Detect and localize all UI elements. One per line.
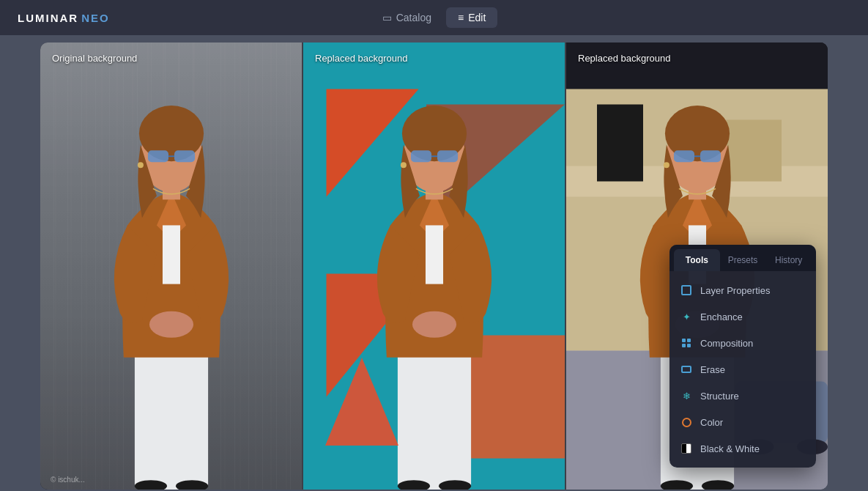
tools-panel: Tools Presets History Layer Properties ✦…	[669, 245, 816, 468]
structure-icon: ❄	[680, 389, 693, 402]
tool-structure-label: Structure	[700, 391, 739, 402]
tool-enchance[interactable]: ✦ Enchance	[669, 303, 816, 330]
svg-rect-26	[174, 150, 195, 162]
tool-color[interactable]: Color	[669, 409, 816, 435]
svg-point-45	[400, 162, 406, 168]
panel-original: Original background	[40, 43, 302, 490]
tool-composition-label: Composition	[700, 338, 753, 349]
tab-presets[interactable]: Presets	[720, 249, 766, 271]
panel-replaced-1-label: Replaced background	[315, 53, 407, 64]
logo-main: LUMINAR	[18, 12, 78, 24]
composition-icon	[680, 336, 693, 350]
tab-tools[interactable]: Tools	[674, 249, 720, 271]
color-icon	[680, 416, 693, 429]
edit-icon: ≡	[458, 12, 464, 23]
svg-rect-36	[397, 350, 470, 490]
tab-history[interactable]: History	[765, 249, 812, 271]
svg-rect-20	[162, 225, 179, 284]
tool-layer-properties[interactable]: Layer Properties	[669, 277, 816, 303]
catalog-label: Catalog	[396, 12, 431, 23]
enchance-icon: ✦	[680, 310, 693, 323]
panel-original-label: Original background	[52, 53, 137, 64]
tool-enchance-label: Enchance	[700, 311, 743, 322]
photo-replaced-1	[303, 43, 565, 490]
svg-point-28	[137, 162, 143, 168]
copyright: © ischuk...	[51, 476, 85, 484]
svg-rect-25	[147, 150, 168, 162]
tab-edit[interactable]: ≡ Edit	[446, 7, 497, 28]
svg-rect-37	[425, 225, 442, 284]
tab-catalog[interactable]: ▭ Catalog	[371, 7, 443, 28]
tool-structure[interactable]: ❄ Structure	[669, 383, 816, 409]
tool-color-label: Color	[700, 417, 723, 428]
svg-point-66	[663, 162, 669, 168]
catalog-icon: ▭	[382, 12, 392, 23]
nav-tabs: ▭ Catalog ≡ Edit	[371, 7, 498, 28]
edit-label: Edit	[468, 12, 486, 23]
svg-point-21	[149, 311, 193, 337]
svg-rect-63	[673, 150, 694, 162]
tool-black-white[interactable]: Black & White	[669, 435, 816, 462]
tools-list: Layer Properties ✦ Enchance Composition	[669, 271, 816, 468]
layer-properties-icon	[680, 284, 693, 297]
svg-rect-19	[134, 350, 207, 490]
svg-rect-64	[700, 150, 721, 162]
tool-composition[interactable]: Composition	[669, 330, 816, 356]
tool-black-white-label: Black & White	[700, 443, 760, 454]
tools-tabs: Tools Presets History	[669, 245, 816, 271]
black-white-icon	[680, 442, 693, 455]
panel-replaced-1: Replaced background	[303, 43, 565, 490]
tool-erase[interactable]: Erase	[669, 356, 816, 383]
topbar: LUMINAR NEO ▭ Catalog ≡ Edit	[0, 0, 868, 35]
svg-rect-43	[437, 150, 458, 162]
tool-layer-properties-label: Layer Properties	[700, 285, 770, 296]
svg-rect-42	[410, 150, 431, 162]
svg-point-38	[412, 311, 456, 337]
logo-sub: NEO	[81, 12, 110, 24]
panel-replaced-2-label: Replaced background	[578, 53, 670, 64]
main-content: Original background	[40, 43, 828, 490]
photo-original	[40, 43, 302, 490]
tool-erase-label: Erase	[700, 364, 725, 375]
erase-icon	[680, 363, 693, 376]
app-logo: LUMINAR NEO	[18, 12, 110, 24]
